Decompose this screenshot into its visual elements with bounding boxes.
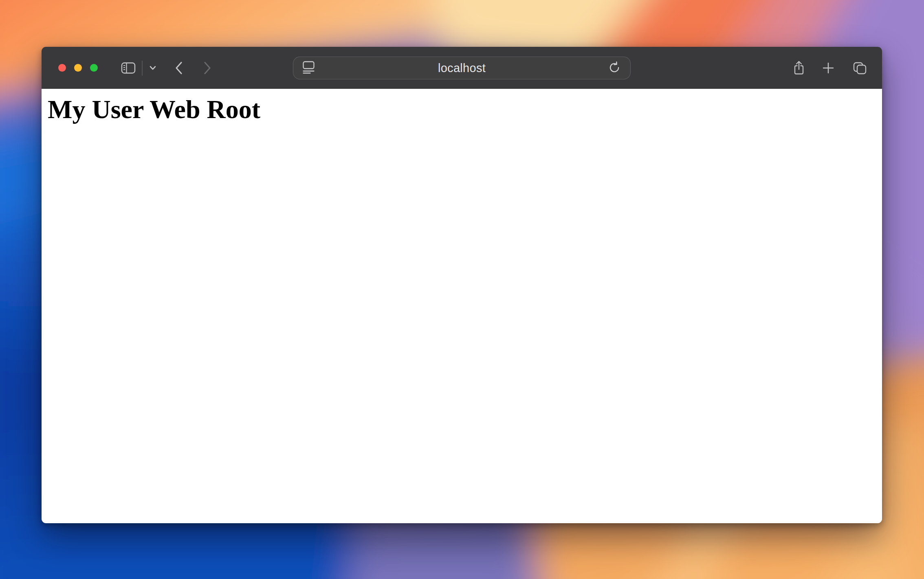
back-button[interactable] (173, 59, 185, 77)
page-settings-icon (302, 61, 315, 74)
plus-icon (822, 62, 834, 74)
browser-toolbar: localhost (42, 47, 882, 89)
new-tab-button[interactable] (820, 59, 837, 77)
back-icon (175, 61, 183, 75)
tab-overview-icon (853, 61, 867, 75)
tab-group-menu-button[interactable] (147, 63, 159, 73)
sidebar-icon (121, 62, 136, 74)
url-text: localhost (438, 61, 486, 75)
toolbar-divider (142, 61, 143, 76)
reload-button[interactable] (607, 60, 622, 77)
page-content: My User Web Root (42, 89, 882, 523)
chevron-down-icon (150, 66, 156, 70)
close-button[interactable] (58, 64, 66, 72)
maximize-button[interactable] (90, 64, 98, 72)
browser-window: localhost (42, 47, 882, 523)
page-heading: My User Web Root (42, 89, 882, 125)
page-settings-button[interactable] (302, 61, 315, 76)
tab-overview-button[interactable] (850, 59, 869, 77)
forward-button[interactable] (201, 59, 214, 77)
reload-icon (608, 61, 620, 74)
sidebar-toggle-button[interactable] (119, 59, 138, 77)
window-controls (58, 64, 98, 72)
forward-icon (204, 61, 211, 75)
address-bar[interactable]: localhost (293, 57, 631, 79)
share-button[interactable] (790, 58, 808, 79)
share-icon (793, 60, 805, 76)
minimize-button[interactable] (74, 64, 82, 72)
